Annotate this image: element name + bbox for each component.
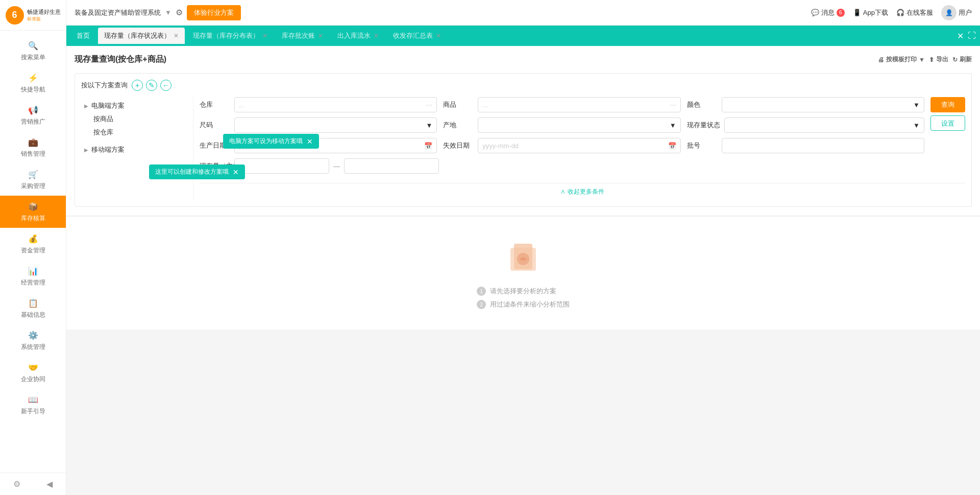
stock-max-input[interactable] (344, 158, 439, 174)
sidebar-item-quick[interactable]: ⚡ 快捷导航 (0, 67, 66, 99)
warehouse-input[interactable]: ... ⋯ (234, 97, 437, 112)
sidebar-item-search[interactable]: 🔍 搜索菜单 (0, 35, 66, 67)
tab-close-all-icon[interactable]: ✕ (957, 31, 964, 41)
support-icon: 🎧 (896, 9, 904, 16)
sidebar-item-coop[interactable]: 🤝 企业协同 (0, 357, 66, 389)
form-row-2: 尺码 ▼ 产地 (200, 117, 924, 133)
tab-flow[interactable]: 出入库流水 ✕ (331, 28, 385, 44)
main-area: 装备及固定资产辅助管理系统 ▼ ⚙ 体验行业方案 💬 消息 6 📱 App下载 … (66, 0, 980, 495)
tooltip1-close-btn[interactable]: ✕ (307, 137, 313, 146)
form-group-color: 颜色 ▼ (687, 97, 924, 112)
system-dropdown-icon[interactable]: ▼ (165, 9, 172, 16)
tab-batch[interactable]: 库存批次账 ✕ (276, 28, 329, 44)
tooltip-desktop-scheme: 电脑方案可设为移动方案哦 ✕ (223, 134, 319, 149)
color-chevron-icon: ▼ (913, 101, 920, 109)
color-select[interactable]: ▼ (722, 97, 924, 112)
sidebar-item-sales[interactable]: 💼 销售管理 (0, 131, 66, 163)
settings-bottom-icon[interactable]: ⚙ (13, 479, 20, 489)
tab-home[interactable]: 首页 (70, 28, 96, 44)
message-icon: 💬 (811, 9, 819, 16)
origin-select[interactable]: ▼ (478, 117, 680, 133)
form-group-expire-date: 失效日期 yyyy-mm-dd 📅 (443, 138, 680, 153)
collapse-sidebar-icon[interactable]: ◀ (46, 479, 53, 489)
stock-min-input[interactable] (234, 158, 329, 174)
scheme-item-by-goods[interactable]: 按商品 (81, 112, 187, 126)
avatar: 👤 (941, 5, 957, 20)
sidebar-item-newbie[interactable]: 📖 新手引导 (0, 389, 66, 421)
logo-area: 6 畅捷通好生意 标准版 (0, 0, 66, 31)
tab-close-batch[interactable]: ✕ (318, 32, 323, 39)
user-action[interactable]: 👤 用户 (941, 5, 972, 20)
inventory-range: — (234, 158, 439, 174)
collapse-bar[interactable]: ∧ 收起更多条件 (200, 183, 965, 200)
size-label: 尺码 (200, 121, 230, 130)
expire-date-input[interactable]: yyyy-mm-dd 📅 (478, 138, 680, 153)
sidebar-item-basic[interactable]: 📋 基础信息 (0, 292, 66, 324)
empty-state-icon (503, 238, 544, 278)
sidebar-item-finance[interactable]: 💰 资金管理 (0, 228, 66, 260)
refresh-btn[interactable]: ↻ 刷新 (952, 55, 972, 64)
edit-scheme-btn[interactable]: ✎ (146, 80, 157, 91)
header-right: 💬 消息 6 📱 App下载 🎧 在线客服 👤 用户 (811, 5, 972, 20)
empty-step-1: 1 请先选择要分析的方案 (477, 287, 570, 296)
batch-input[interactable] (722, 138, 924, 153)
app-download-action[interactable]: 📱 App下载 (853, 8, 888, 17)
export-btn[interactable]: ⬆ 导出 (929, 55, 948, 64)
message-action[interactable]: 💬 消息 6 (811, 8, 845, 17)
filter-header: 按以下方案查询 + ✎ ← 电脑方案可设为移动方案哦 ✕ (81, 80, 965, 91)
tooltip2-close-btn[interactable]: ✕ (233, 168, 239, 176)
tab-close-summary[interactable]: ✕ (436, 32, 441, 39)
system-name: 装备及固定资产辅助管理系统 (75, 8, 161, 17)
scheme-group-desktop-header[interactable]: ▶ 电脑端方案 (81, 99, 187, 112)
tab-inventory-status[interactable]: 现存量（库存状况表） ✕ (98, 28, 185, 44)
warehouse-dots-icon: ⋯ (426, 101, 432, 109)
scheme-group-desktop: ▶ 电脑端方案 按商品 按仓库 (81, 99, 187, 139)
chevron-down-icon: ▼ (919, 56, 925, 63)
form-group-batch: 批号 (687, 138, 924, 153)
tab-fullscreen-icon[interactable]: ⛶ (968, 31, 976, 40)
header-settings-icon[interactable]: ⚙ (176, 8, 183, 17)
query-panel: 现存量查询(按仓库+商品) 🖨 按模板打印 ▼ ⬆ 导出 ↻ 刷新 (66, 46, 980, 215)
trial-btn[interactable]: 体验行业方案 (187, 5, 241, 20)
sidebar-item-operation[interactable]: 📊 经营管理 (0, 260, 66, 292)
tab-close-inventory-dist[interactable]: ✕ (262, 32, 267, 39)
back-btn[interactable]: ← (160, 80, 172, 91)
search-button[interactable]: 查询 (930, 97, 965, 112)
logo-text: 畅捷通好生意 标准版 (27, 8, 61, 22)
stock-status-label: 现存量状态 (687, 121, 720, 130)
tab-close-flow[interactable]: ✕ (374, 32, 379, 39)
scheme-tree: ▶ 电脑端方案 按商品 按仓库 (81, 97, 187, 156)
empty-steps: 1 请先选择要分析的方案 2 用过滤条件来缩小分析范围 (477, 287, 570, 309)
tab-bar: 首页 现存量（库存状况表） ✕ 现存量（库存分布表） ✕ 库存批次账 ✕ 出入库… (66, 26, 980, 46)
stock-status-select[interactable]: ▼ (724, 117, 924, 133)
scheme-item-by-warehouse[interactable]: 按仓库 (81, 126, 187, 139)
goods-input[interactable]: ... ⋯ (478, 97, 680, 112)
sidebar-item-system[interactable]: ⚙️ 系统管理 (0, 324, 66, 357)
tab-summary[interactable]: 收发存汇总表 ✕ (387, 28, 447, 44)
scheme-group-mobile-header[interactable]: ▶ 移动端方案 (81, 143, 187, 156)
sidebar-item-marketing[interactable]: 📢 营销推广 (0, 99, 66, 131)
coop-nav-icon: 🤝 (28, 362, 39, 373)
online-support-action[interactable]: 🎧 在线客服 (896, 8, 933, 17)
tab-bar-right: ✕ ⛶ (957, 31, 976, 41)
page-title: 现存量查询(按仓库+商品) (75, 54, 166, 65)
tab-close-inventory-status[interactable]: ✕ (174, 32, 179, 39)
form-group-warehouse: 仓库 ... ⋯ (200, 97, 437, 112)
tooltip-text-1: 电脑方案可设为移动方案哦 (229, 137, 303, 146)
tooltip-text-2: 这里可以创建和修改方案哦 (155, 168, 229, 176)
phone-icon: 📱 (853, 9, 861, 16)
template-print-btn[interactable]: 🖨 按模板打印 ▼ (878, 55, 925, 64)
step-num-1: 1 (477, 287, 486, 296)
reset-button[interactable]: 设置 (930, 115, 965, 131)
tab-inventory-dist[interactable]: 现存量（库存分布表） ✕ (187, 28, 274, 44)
sidebar-item-purchase[interactable]: 🛒 采购管理 (0, 163, 66, 196)
range-dash: — (333, 162, 340, 170)
add-scheme-btn[interactable]: + (132, 80, 143, 91)
stock-status-chevron-icon: ▼ (913, 122, 920, 129)
origin-chevron-icon: ▼ (670, 122, 676, 129)
sidebar-item-inventory[interactable]: 📦 库存核算 (0, 196, 66, 228)
form-row-4: 现存量（主） — (200, 158, 924, 174)
goods-dots-icon: ⋯ (670, 101, 676, 109)
panel-title-row: 现存量查询(按仓库+商品) 🖨 按模板打印 ▼ ⬆ 导出 ↻ 刷新 (75, 54, 972, 65)
size-select[interactable]: ▼ (234, 117, 437, 133)
